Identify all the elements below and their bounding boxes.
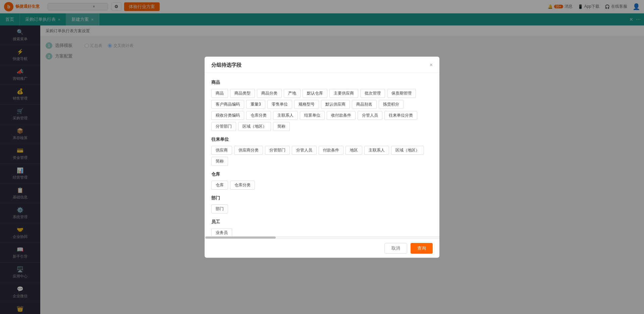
field-tag[interactable]: 供应商分类 bbox=[234, 146, 263, 155]
field-tag[interactable]: 付款条件 bbox=[319, 146, 343, 155]
field-tag[interactable]: 重量3 bbox=[246, 100, 265, 109]
field-tag[interactable]: 区域（地区） bbox=[391, 146, 424, 155]
modal-title: 分组待选字段 bbox=[211, 62, 241, 68]
field-selection-modal: 分组待选字段 × 商品商品商品类型商品分类产地默认仓库主要供应商批次管理保质期管… bbox=[205, 57, 439, 258]
modal-footer: 取消 查询 bbox=[205, 239, 439, 258]
cancel-button[interactable]: 取消 bbox=[384, 243, 407, 254]
modal-close-button[interactable]: × bbox=[430, 62, 433, 68]
field-tag[interactable]: 商品 bbox=[211, 89, 228, 98]
field-tags-员工: 业务员 bbox=[211, 228, 433, 237]
field-tag[interactable]: 仓库分类 bbox=[246, 111, 271, 120]
field-tag[interactable]: 规格型号 bbox=[294, 100, 319, 109]
field-tag[interactable]: 业务员 bbox=[211, 228, 232, 237]
field-tag[interactable]: 默认供应商 bbox=[321, 100, 350, 109]
field-tag[interactable]: 分管人员 bbox=[292, 146, 317, 155]
section-title-部门: 部门 bbox=[211, 195, 433, 201]
field-tag[interactable]: 拣货积分 bbox=[379, 100, 404, 109]
field-tags-往来单位: 供应商供应商分类分管部门分管人员付款条件地区主联系人区域（地区）简称 bbox=[211, 146, 433, 166]
section-title-往来单位: 往来单位 bbox=[211, 136, 433, 142]
field-tag[interactable]: 客户商品编码 bbox=[211, 100, 244, 109]
field-tags-部门: 部门 bbox=[211, 204, 433, 213]
field-tag[interactable]: 商品别名 bbox=[352, 100, 377, 109]
section-title-员工: 员工 bbox=[211, 219, 433, 225]
modal-body: 商品商品商品类型商品分类产地默认仓库主要供应商批次管理保质期管理客户商品编码重量… bbox=[205, 73, 439, 237]
field-tag[interactable]: 分管部门 bbox=[211, 122, 236, 131]
field-tag[interactable]: 保质期管理 bbox=[387, 89, 416, 98]
field-tag[interactable]: 零售单位 bbox=[267, 100, 292, 109]
field-tag[interactable]: 简称 bbox=[211, 157, 228, 166]
field-tag[interactable]: 地区 bbox=[345, 146, 362, 155]
field-tag[interactable]: 供应商 bbox=[211, 146, 232, 155]
modal-header: 分组待选字段 × bbox=[205, 57, 439, 73]
field-tag[interactable]: 往来单位分类 bbox=[384, 111, 417, 120]
field-tag[interactable]: 产地 bbox=[284, 89, 301, 98]
modal-horizontal-scrollbar[interactable] bbox=[205, 236, 439, 238]
field-tag[interactable]: 仓库 bbox=[211, 181, 228, 190]
field-tag[interactable]: 简称 bbox=[273, 122, 290, 131]
field-tag[interactable]: 商品分类 bbox=[257, 89, 282, 98]
field-tag[interactable]: 批次管理 bbox=[360, 89, 385, 98]
field-tag[interactable]: 部门 bbox=[211, 204, 228, 213]
field-tag[interactable]: 分管部门 bbox=[265, 146, 290, 155]
modal-overlay: 分组待选字段 × 商品商品商品类型商品分类产地默认仓库主要供应商批次管理保质期管… bbox=[0, 0, 644, 314]
field-tag[interactable]: 分管人员 bbox=[358, 111, 382, 120]
field-tag[interactable]: 税收分类编码 bbox=[211, 111, 244, 120]
field-tag[interactable]: 主联系人 bbox=[364, 146, 389, 155]
field-tag[interactable]: 主要供应商 bbox=[329, 89, 358, 98]
field-tag[interactable]: 商品类型 bbox=[230, 89, 255, 98]
field-tag[interactable]: 结算单位 bbox=[300, 111, 325, 120]
field-tag[interactable]: 主联系人 bbox=[273, 111, 298, 120]
field-tags-商品: 商品商品类型商品分类产地默认仓库主要供应商批次管理保质期管理客户商品编码重量3零… bbox=[211, 89, 433, 131]
field-tag[interactable]: 区域（地区） bbox=[238, 122, 271, 131]
field-tag[interactable]: 仓库分类 bbox=[230, 181, 255, 190]
field-tag[interactable]: 默认仓库 bbox=[303, 89, 327, 98]
field-tag[interactable]: 收付款条件 bbox=[327, 111, 356, 120]
field-tags-仓库: 仓库仓库分类 bbox=[211, 181, 433, 190]
section-title-商品: 商品 bbox=[211, 79, 433, 85]
section-title-仓库: 仓库 bbox=[211, 171, 433, 177]
confirm-button[interactable]: 查询 bbox=[411, 243, 433, 254]
